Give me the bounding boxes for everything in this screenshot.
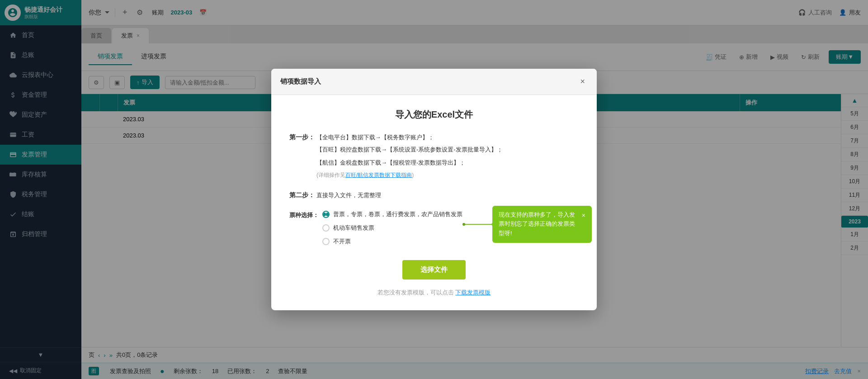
radio-label: 票种选择： bbox=[289, 210, 319, 220]
radio-option-3[interactable]: 不开票 bbox=[322, 237, 462, 246]
tooltip-bubble: × 现在支持的票种多了，导入发票时别忘了选择正确的发票类型呀! bbox=[492, 206, 592, 243]
step1-link-suffix: ) bbox=[412, 172, 414, 178]
modal-close-button[interactable]: × bbox=[577, 76, 588, 87]
step2-content: 直接导入文件，无需整理 bbox=[316, 192, 381, 199]
radio-1-circle bbox=[322, 211, 330, 218]
step2-label: 第二步： bbox=[289, 191, 315, 199]
radio-group-wrapper: 票种选择： 普票，专票，卷票，通行费发票，农产品销售发票 bbox=[289, 210, 579, 251]
step1-guide-link[interactable]: 百旺/航信发票数据下载指南 bbox=[345, 172, 412, 178]
step1-line1: 【全电平台】数据下载→【税务数字账户】； bbox=[316, 134, 434, 141]
select-file-button[interactable]: 选择文件 bbox=[402, 260, 466, 280]
modal-footer: 若您没有发票模版，可以点击 下载发票模版 bbox=[289, 289, 579, 297]
modal-title: 销项数据导入 bbox=[280, 77, 321, 86]
radio-3-label: 不开票 bbox=[333, 237, 351, 246]
radio-2-circle bbox=[322, 224, 330, 232]
step1-label: 第一步： bbox=[289, 133, 315, 141]
tooltip-connector: × 现在支持的票种多了，导入发票时别忘了选择正确的发票类型呀! bbox=[462, 206, 592, 243]
footer-text: 若您没有发票模版，可以点击 bbox=[377, 289, 454, 296]
download-template-link[interactable]: 下载发票模版 bbox=[455, 289, 491, 296]
radio-option-2[interactable]: 机动车销售发票 bbox=[322, 224, 462, 232]
radio-2-label: 机动车销售发票 bbox=[333, 224, 374, 232]
modal-overlay: 销项数据导入 × 导入您的Excel文件 第一步： 【全电平台】数据下载→【税务… bbox=[0, 0, 868, 379]
modal-main-title: 导入您的Excel文件 bbox=[289, 109, 579, 121]
tooltip-line bbox=[465, 224, 492, 225]
step2-row: 第二步： 直接导入文件，无需整理 bbox=[289, 190, 579, 201]
modal-dialog: 销项数据导入 × 导入您的Excel文件 第一步： 【全电平台】数据下载→【税务… bbox=[271, 69, 597, 310]
step1-line3: 【航信】金税盘数据下载→【报税管理-发票数据导出】； bbox=[316, 156, 579, 170]
radio-option-1[interactable]: 普票，专票，卷票，通行费发票，农产品销售发票 bbox=[322, 210, 462, 218]
radio-1-label: 普票，专票，卷票，通行费发票，农产品销售发票 bbox=[333, 210, 462, 218]
tooltip-close-button[interactable]: × bbox=[582, 210, 585, 220]
modal-header: 销项数据导入 × bbox=[271, 69, 597, 95]
modal-body: 导入您的Excel文件 第一步： 【全电平台】数据下载→【税务数字账户】； 【百… bbox=[271, 95, 597, 310]
radio-group: 票种选择： 普票，专票，卷票，通行费发票，农产品销售发票 bbox=[289, 210, 579, 251]
radio-3-circle bbox=[322, 238, 330, 245]
tooltip-content: 现在支持的票种多了，导入发票时别忘了选择正确的发票类型呀! bbox=[499, 211, 575, 237]
step1-line2: 【百旺】税控盘数据下载→【系统设置-系统参数设置-发票批量导入】； bbox=[316, 143, 579, 156]
step1-row: 第一步： 【全电平台】数据下载→【税务数字账户】； 【百旺】税控盘数据下载→【系… bbox=[289, 132, 579, 180]
step1-link-prefix: (详细操作见 bbox=[316, 172, 345, 178]
radio-option-1-wrapper: 普票，专票，卷票，通行费发票，农产品销售发票 × 现在支持的票种多了，导入发票时… bbox=[322, 210, 462, 224]
